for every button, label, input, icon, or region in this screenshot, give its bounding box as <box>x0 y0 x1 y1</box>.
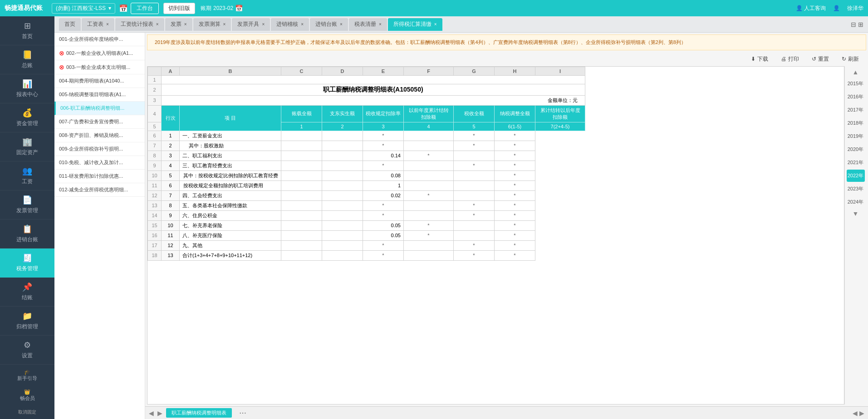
company-selector[interactable]: (勿删) 江西般宝-LSS ▾ <box>52 3 115 14</box>
sidebar-item-reports[interactable]: 📊 报表中心 <box>0 74 54 103</box>
cell-g16[interactable] <box>454 230 495 240</box>
cell-d11[interactable] <box>322 180 363 190</box>
cell-c6[interactable] <box>281 131 322 141</box>
tab-close-icon[interactable]: × <box>223 22 226 27</box>
year-item-2022[interactable]: 2022年 <box>847 170 865 182</box>
tab-next-icon[interactable]: ⊞ <box>858 21 863 28</box>
cell-e8[interactable]: 0.14 <box>363 151 404 161</box>
year-item-2021[interactable]: 2021年 <box>847 156 865 169</box>
item-name[interactable]: 其中：按税收规定比例扣除的职工教育经费 <box>180 171 281 180</box>
year-item-2017[interactable]: 2017年 <box>847 104 865 116</box>
tab-salary-stats[interactable]: 工资统计报表 × <box>115 18 164 31</box>
sheet-next-arrow[interactable]: ▶ <box>157 409 162 417</box>
print-button[interactable]: 🖨 打印 <box>777 54 803 64</box>
cell-c15[interactable] <box>281 220 322 230</box>
switch-version-button[interactable]: 切到旧版 <box>163 3 195 14</box>
year-item-2015[interactable]: 2015年 <box>847 78 865 90</box>
sidebar-item-funds[interactable]: 💰 资金管理 <box>0 103 54 132</box>
cell-c12[interactable] <box>281 190 322 200</box>
tab-close-icon[interactable]: × <box>379 22 382 27</box>
cell-d18[interactable] <box>322 250 363 260</box>
sidebar-item-salary[interactable]: 👥 工资 <box>0 161 54 190</box>
sidebar-item-purchase-sale[interactable]: 📋 进销台账 <box>0 219 54 248</box>
item-name[interactable]: 一、工资薪金支出 <box>180 131 281 141</box>
scroll-left-icon[interactable]: ◀ <box>853 409 858 417</box>
cell-c16[interactable] <box>281 230 322 240</box>
list-item-011[interactable]: 011-研发费用加计扣除优惠... <box>54 170 145 183</box>
tab-invoice-issue[interactable]: 发票开具 × <box>232 18 270 31</box>
item-name[interactable]: 五、各类基本社会保障性缴款 <box>180 200 281 210</box>
workbench-button[interactable]: 工作台 <box>131 3 159 14</box>
cell-f13[interactable] <box>404 200 454 210</box>
tab-prev-icon[interactable]: ⊟ <box>851 21 856 28</box>
sidebar-item-member[interactable]: 👑 畅会员 <box>0 385 54 405</box>
item-name[interactable]: 按税收规定全额扣除的职工培训费用 <box>180 180 281 190</box>
year-item-2024[interactable]: 2024年 <box>847 196 865 208</box>
cell-f17[interactable] <box>404 240 454 250</box>
item-name[interactable]: 七、补充养老保险 <box>180 220 281 230</box>
item-name[interactable]: 八、补充医疗保险 <box>180 230 281 240</box>
year-item-2016[interactable]: 2016年 <box>847 91 865 103</box>
cell-d17[interactable] <box>322 240 363 250</box>
cell-f11[interactable] <box>404 180 454 190</box>
cell-c14[interactable] <box>281 210 322 220</box>
cell-c7[interactable] <box>281 141 322 151</box>
sidebar-item-close[interactable]: 📌 结账 <box>0 278 54 307</box>
cell-d12[interactable] <box>322 190 363 200</box>
cell-d10[interactable] <box>322 171 363 180</box>
cell-f14[interactable] <box>404 210 454 220</box>
cell-e16[interactable]: 0.05 <box>363 230 404 240</box>
cell-g8[interactable] <box>454 151 495 161</box>
tab-close-icon[interactable]: × <box>340 22 343 27</box>
cell-d6[interactable] <box>322 131 363 141</box>
sidebar-item-settings[interactable]: ⚙ 设置 <box>0 336 54 365</box>
tab-tax-table[interactable]: 税表清册 × <box>349 18 387 31</box>
sidebar-item-home[interactable]: ⊞ 首页 <box>0 16 54 45</box>
cell-d14[interactable] <box>322 210 363 220</box>
list-item-009[interactable]: 009-企业所得税弥补亏损明... <box>54 142 145 156</box>
tab-close-icon[interactable]: × <box>301 22 304 27</box>
item-name[interactable]: 九、其他 <box>180 240 281 250</box>
cell-d16[interactable] <box>322 230 363 240</box>
reset-button[interactable]: ↺ 重置 <box>808 54 833 64</box>
year-up-arrow[interactable]: ▲ <box>851 67 860 77</box>
list-item-004[interactable]: 004-期间费用明细表(A1040... <box>54 74 145 88</box>
item-name[interactable]: 三、职工教育经费支出 <box>180 161 281 171</box>
download-button[interactable]: ⬇ 下载 <box>747 54 772 64</box>
tab-close-icon[interactable]: × <box>262 22 265 27</box>
cell-d9[interactable] <box>322 161 363 171</box>
cell-f18[interactable] <box>404 250 454 260</box>
sheet-menu-icon[interactable]: ⋯ <box>239 409 246 417</box>
sheet-prev-arrow[interactable]: ◀ <box>149 409 154 417</box>
sidebar-item-tax[interactable]: 🧾 税务管理 <box>0 248 54 278</box>
list-item-012[interactable]: 012-减免企业所得税优惠明细... <box>54 183 145 197</box>
sidebar-item-archive[interactable]: 📁 归档管理 <box>0 307 54 336</box>
tab-close-icon[interactable]: × <box>156 22 159 27</box>
cell-c18[interactable] <box>281 250 322 260</box>
year-item-2019[interactable]: 2019年 <box>847 130 865 142</box>
cell-g12[interactable] <box>454 190 495 200</box>
year-item-2018[interactable]: 2018年 <box>847 117 865 129</box>
service-label[interactable]: 👤 人工客询 <box>796 5 826 12</box>
tab-salary-table[interactable]: 工资表 × <box>82 18 114 31</box>
cell-e15[interactable]: 0.05 <box>363 220 404 230</box>
cell-e11[interactable]: 1 <box>363 180 404 190</box>
item-name[interactable]: 六、住房公积金 <box>180 210 281 220</box>
tab-income-tax[interactable]: 所得税汇算清缴 × <box>388 18 442 31</box>
list-item-006[interactable]: 006-职工薪酬纳税调整明细... <box>54 102 145 115</box>
spreadsheet[interactable]: A B C D E F G H I <box>147 66 844 405</box>
tab-invoice[interactable]: 发票 × <box>165 18 192 31</box>
list-item-002[interactable]: ⊗ 002-一般企业收入明细表(A1... <box>54 46 145 60</box>
cell-f7[interactable] <box>404 141 454 151</box>
scroll-right-icon[interactable]: ▶ <box>859 409 864 417</box>
list-item-001[interactable]: 001-企业所得税年度纳税申... <box>54 33 145 46</box>
cell-c11[interactable] <box>281 180 322 190</box>
sheet-tab[interactable]: 职工薪酬纳税调整明细表 <box>166 408 232 418</box>
item-name[interactable]: 合计(1+3+4+7+8+9+10+11+12) <box>180 250 281 260</box>
cancel-fixed-button[interactable]: 取消固定 <box>0 405 54 419</box>
year-item-2020[interactable]: 2020年 <box>847 143 865 156</box>
item-name[interactable]: 二、职工福利支出 <box>180 151 281 161</box>
cell-g15[interactable] <box>454 220 495 230</box>
tab-close-icon[interactable]: × <box>106 22 109 27</box>
item-name[interactable]: 其中：股权激励 <box>180 141 281 151</box>
